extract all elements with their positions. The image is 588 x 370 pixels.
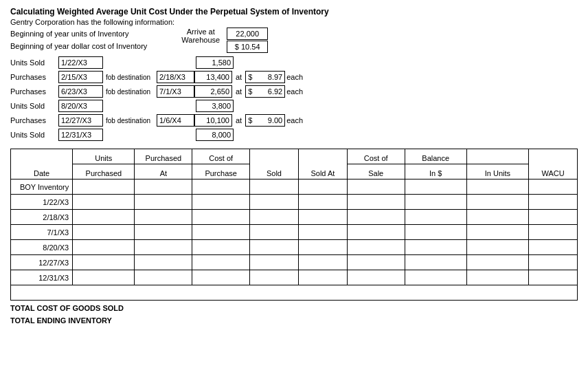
tx-price-val: 9.00 (258, 116, 282, 124)
tx-at: at (236, 116, 242, 124)
table-cell (250, 225, 299, 240)
tx-date: 12/31/X3 (58, 129, 103, 141)
tx-label: Units Sold (10, 131, 58, 139)
table-cell (529, 210, 578, 225)
table-cell (135, 270, 192, 285)
table-cell (347, 255, 405, 270)
header-sold-at: Sold At (298, 149, 347, 179)
table-cell (529, 179, 578, 195)
table-cell (347, 270, 405, 285)
totals-row (11, 285, 578, 301)
table-cell (135, 195, 192, 210)
table-cell (405, 179, 466, 195)
table-cell (405, 270, 466, 285)
table-row: 8/20/X3 (11, 240, 578, 255)
table-cell (73, 240, 135, 255)
tx-dollar-sign: $ (248, 116, 258, 124)
table-cell (298, 195, 347, 210)
table-cell (250, 195, 299, 210)
table-cell (529, 225, 578, 240)
header-cost-purchase-2: Purchase (192, 164, 250, 179)
transaction-row: Purchases2/15/X3fob destination2/18/X313… (10, 70, 578, 84)
transaction-row: Units Sold12/31/X38,000 (10, 128, 578, 142)
table-cell (73, 255, 135, 270)
arrive-label: Arrive atWarehouse (181, 28, 220, 44)
table-cell (250, 210, 299, 225)
table-cell (529, 255, 578, 270)
table-cell (405, 240, 466, 255)
table-row: 12/27/X3 (11, 255, 578, 270)
row-date: 12/27/X3 (11, 255, 73, 270)
table-cell (192, 179, 250, 195)
table-cell (135, 240, 192, 255)
table-cell (347, 210, 405, 225)
total-ending-inventory: TOTAL ENDING INVENTORY (10, 316, 578, 329)
header-balance-in-dollar: In $ (405, 164, 466, 179)
tx-date: 8/20/X3 (58, 100, 103, 112)
table-row: 12/31/X3 (11, 270, 578, 285)
table-cell (347, 240, 405, 255)
tx-qty: 13,400 (194, 71, 232, 83)
boy-units-label: Beginning of year units of Inventory (10, 28, 147, 40)
tx-arrive: 2/18/X3 (157, 71, 194, 83)
tx-label: Purchases (10, 116, 58, 124)
header-wacu: WACU (529, 149, 578, 179)
table-cell (192, 240, 250, 255)
header-cost-purchase: Cost of (192, 149, 250, 164)
table-row: 2/18/X3 (11, 210, 578, 225)
table-cell (405, 195, 466, 210)
header-balance-in-units: In Units (466, 164, 528, 179)
tx-label: Purchases (10, 73, 58, 81)
row-date: 12/31/X3 (11, 270, 73, 285)
tx-date: 12/27/X3 (58, 114, 103, 127)
tx-price-val: 8.97 (258, 73, 282, 81)
table-cell (347, 225, 405, 240)
table-cell (73, 195, 135, 210)
tx-qty: 3,800 (196, 100, 234, 112)
table-row: BOY Inventory (11, 179, 578, 195)
row-date: BOY Inventory (11, 179, 73, 195)
tx-fob: fob destination (106, 88, 154, 96)
row-date: 8/20/X3 (11, 240, 73, 255)
tx-dollar-sign: $ (248, 87, 258, 96)
header-units-purchased: Units (73, 149, 135, 164)
table-cell (298, 179, 347, 195)
table-row: 1/22/X3 (11, 195, 578, 210)
tx-each: each (286, 116, 303, 124)
tx-arrive: 1/6/X4 (157, 114, 194, 127)
table-cell (298, 255, 347, 270)
tx-fob: fob destination (106, 117, 154, 124)
table-cell (466, 255, 528, 270)
tx-date: 1/22/X3 (58, 56, 103, 69)
tx-date: 6/23/X3 (58, 85, 103, 98)
tx-arrive: 7/1/X3 (157, 85, 194, 98)
header-purchased-at: Purchased (135, 149, 192, 164)
table-cell (250, 255, 299, 270)
table-cell (73, 225, 135, 240)
total-cogs: TOTAL COST OF GOODS SOLD (10, 304, 578, 316)
header-balance-units (466, 149, 528, 164)
table-cell (405, 255, 466, 270)
transaction-row: Units Sold8/20/X33,800 (10, 99, 578, 113)
boy-dollar-label: Beginning of year dollar cost of Invento… (10, 40, 147, 52)
table-row: 7/1/X3 (11, 225, 578, 240)
tx-at: at (236, 73, 242, 81)
header-units-purchased-2: Purchased (73, 164, 135, 179)
table-cell (298, 225, 347, 240)
header-date: Date (11, 149, 73, 179)
table-cell (298, 210, 347, 225)
row-date: 2/18/X3 (11, 210, 73, 225)
tx-fob: fob destination (106, 74, 154, 81)
table-cell (250, 240, 299, 255)
tx-date: 2/15/X3 (58, 71, 103, 83)
table-cell (73, 270, 135, 285)
table-cell (405, 225, 466, 240)
tx-at: at (236, 87, 242, 96)
header-cost-sale-2: Sale (347, 164, 405, 179)
boy-dollar-box: $ 10.54 (227, 41, 268, 53)
table-cell (73, 179, 135, 195)
table-cell (192, 195, 250, 210)
table-cell (135, 225, 192, 240)
tx-each: each (286, 87, 303, 96)
table-cell (192, 210, 250, 225)
